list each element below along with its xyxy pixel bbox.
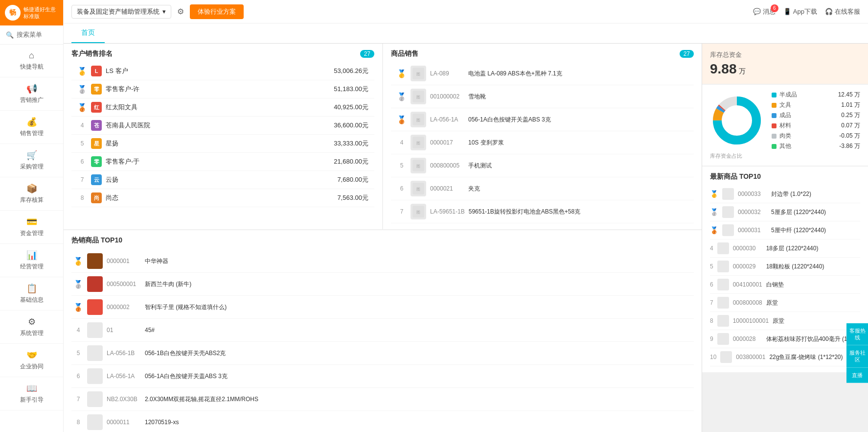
product-ranking-row[interactable]: 5 图 000800005 手机测试 <box>391 154 694 177</box>
product-ranking-row[interactable]: 🥈 图 001000002 雪地靴 <box>391 85 694 108</box>
new-product-row[interactable]: 8 10000100001 原堂 <box>710 312 860 330</box>
customer-badge: 红 <box>91 102 102 113</box>
svg-text:图: 图 <box>416 210 420 215</box>
sidebar-item-资金管理[interactable]: 💳资金管理 <box>0 211 63 244</box>
rank-medal: 🥉 <box>397 115 407 124</box>
new-product-row[interactable]: 4 0000030 18多层 (1220*2440) <box>710 240 860 258</box>
new-products-card: 最新商品 TOP10 🥇 0000033 封边带 (1.0*22) 🥈 0000… <box>702 167 868 372</box>
customer-amount: 51,183.00元 <box>334 85 368 94</box>
product-ranking-row[interactable]: 6 图 0000021 夹克 <box>391 177 694 200</box>
product-img <box>87 276 103 292</box>
customer-ranking-row[interactable]: 6 零 零售客户-于 21,680.00元 <box>71 153 374 171</box>
search-menu[interactable]: 🔍 搜索菜单 <box>0 25 63 45</box>
new-product-row[interactable]: 🥇 0000033 封边带 (1.0*22) <box>710 185 860 203</box>
service-item[interactable]: 🎧 在线客服 <box>825 7 860 16</box>
trial-button[interactable]: 体验行业方案 <box>190 4 244 19</box>
customer-amount: 21,680.00元 <box>334 157 368 166</box>
rank-num: 7 <box>73 396 83 403</box>
sidebar-item-销售管理[interactable]: 💰销售管理 <box>0 111 63 144</box>
product-code: 0000021 <box>430 185 464 192</box>
sidebar-item-采购管理[interactable]: 🛒采购管理 <box>0 144 63 177</box>
chart-subtitle: 库存资金占比 <box>710 152 860 160</box>
tab-home[interactable]: 首页 <box>71 24 105 43</box>
new-product-row[interactable]: 10 003800001 22g鱼豆腐-烧烤味 (1*12*20) <box>710 348 860 366</box>
product-name: 中华神器 <box>145 257 692 265</box>
float-service: 客服热线 服务社区 直播 <box>846 323 868 383</box>
product-ranking-row[interactable]: 7 图 LA-59651-1B 59651-1B旋转投影灯电池盒ABS黑色+58… <box>391 200 694 223</box>
new-product-row[interactable]: 7 000800008 原堂 <box>710 294 860 312</box>
sidebar-item-企业协同[interactable]: 🤝企业协同 <box>0 344 63 377</box>
hot-product-row[interactable]: 🥉 0000002 智利车子里 (规格不知道填什么) <box>71 296 694 319</box>
customer-ranking-row[interactable]: 5 星 星扬 33,333.00元 <box>71 135 374 153</box>
product-name: 电池盖 LA-089 ABS本色+黑种 7.1克 <box>468 70 688 78</box>
sidebar-item-新手引导[interactable]: 📖新手引导 <box>0 377 63 410</box>
legend-item-stationery: 文具 1.01 万 <box>772 101 860 109</box>
rank-num: 7 <box>710 299 713 306</box>
sidebar-item-经营管理[interactable]: 📊经营管理 <box>0 244 63 277</box>
service-hotline-button[interactable]: 客服热线 <box>846 323 868 346</box>
new-product-row[interactable]: 6 004100001 白钢垫 <box>710 276 860 294</box>
inventory-amount: 9.88 <box>710 61 737 77</box>
customer-ranking-row[interactable]: 🥈 零 零售客户-许 51,183.00元 <box>71 80 374 98</box>
hot-product-row[interactable]: 4 01 45# <box>71 319 694 342</box>
customer-ranking-row[interactable]: 7 云 云扬 7,680.00元 <box>71 171 374 189</box>
message-item[interactable]: 💬 消息 6 <box>753 7 776 16</box>
customer-ranking-row[interactable]: 🥉 红 红太阳文具 40,925.00元 <box>71 98 374 117</box>
product-ranking-row[interactable]: 🥉 图 LA-056-1A 056-1A白色按键开关盖ABS 3克 <box>391 108 694 131</box>
new-products-title: 最新商品 TOP10 <box>710 172 860 181</box>
product-code: 000800005 <box>430 162 464 169</box>
sidebar-item-快捷导航[interactable]: ⌂快捷导航 <box>0 45 63 77</box>
customer-amount: 7,563.00元 <box>337 193 368 202</box>
sidebar-item-营销推广[interactable]: 📢营销推广 <box>0 77 63 111</box>
hot-product-row[interactable]: 6 LA-056-1A 056-1A白色按键开关盖ABS 3克 <box>71 365 694 388</box>
sidebar-item-基础信息[interactable]: 📋基础信息 <box>0 277 63 311</box>
service-community-button[interactable]: 服务社区 <box>846 345 868 368</box>
header-right: 💬 消息 6 📱 App下载 🎧 在线客服 <box>753 7 860 16</box>
product-ranking-list: 🥇 图 LA-089 电池盖 LA-089 ABS本色+黑种 7.1克 🥈 图 … <box>391 62 694 223</box>
hot-products-title: 热销商品 TOP10 <box>71 236 694 245</box>
rank-num: 4 <box>710 245 713 252</box>
rank-num: 4 <box>73 327 83 334</box>
rank-num: 6 <box>73 373 83 380</box>
hot-product-row[interactable]: 7 NB2.0X30B 2.0X30MM双摇花轴,摇花直径2.1MM/ROHS <box>71 388 694 411</box>
legend-dot <box>772 103 777 108</box>
customer-ranking-row[interactable]: 4 苍 苍南县人民医院 36,600.00元 <box>71 117 374 135</box>
customer-ranking-row[interactable]: 8 尚 尚态 7,563.00元 <box>71 189 374 207</box>
new-product-row[interactable]: 5 0000029 18颗粒板 (1220*2440) <box>710 258 860 276</box>
rank-num: 5 <box>710 263 713 270</box>
system-selector[interactable]: 装备及固定资产辅助管理系统 ▾ <box>71 5 171 19</box>
hot-product-row[interactable]: 5 LA-056-1B 056-1B白色按键开关壳ABS2克 <box>71 342 694 365</box>
product-name: 智利车子里 (规格不知道填什么) <box>145 303 692 312</box>
product-code: 001000002 <box>430 93 464 100</box>
rank-num: 6 <box>710 281 713 288</box>
hot-product-row[interactable]: 🥈 000500001 新西兰牛肉 (新牛) <box>71 273 694 296</box>
live-button[interactable]: 直播 <box>846 368 868 383</box>
sidebar-item-库存核算[interactable]: 📦库存核算 <box>0 177 63 211</box>
new-product-code: 10000100001 <box>733 317 769 324</box>
product-code: NB2.0X30B <box>107 396 141 403</box>
new-product-img <box>720 351 732 363</box>
product-name: 056-1A白色按键开关盖ABS 3克 <box>145 372 692 381</box>
sidebar-item-系统管理[interactable]: ⚙系统管理 <box>0 311 63 344</box>
hot-product-row[interactable]: 🥇 0000001 中华神器 <box>71 250 694 273</box>
app-download-item[interactable]: 📱 App下载 <box>783 7 817 16</box>
product-ranking-row[interactable]: 4 图 0000017 10S 变刹罗浆 <box>391 131 694 154</box>
customer-ranking-title: 客户销售排名 <box>71 49 113 58</box>
new-product-row[interactable]: 9 0000028 体彬荔枝味苏打饮品400毫升 (1*15) <box>710 330 860 348</box>
svg-text:图: 图 <box>416 72 420 76</box>
new-product-row[interactable]: 🥈 0000032 5厘多层 (1220*2440) <box>710 203 860 221</box>
product-name: 雪地靴 <box>468 93 688 101</box>
product-name: 10S 变刹罗浆 <box>468 139 688 147</box>
rank-medal: 🥈 <box>710 208 718 216</box>
customer-ranking-row[interactable]: 🥇 L LS 客户 53,006.26元 <box>71 62 374 80</box>
rank-num: 10 <box>710 354 716 360</box>
product-code: 0000002 <box>107 304 141 311</box>
product-code: LA-089 <box>430 70 464 77</box>
svg-text:图: 图 <box>416 187 420 192</box>
product-ranking-row[interactable]: 🥇 图 LA-089 电池盖 LA-089 ABS本色+黑种 7.1克 <box>391 62 694 85</box>
logo-text: 畅捷通好生意 标准版 <box>23 6 56 20</box>
chart-legend: 半成品 12.45 万 文具 1.01 万 成品 0.25 万 <box>772 91 860 150</box>
hot-product-row[interactable]: 8 0000011 12070519-xs <box>71 411 694 432</box>
new-product-row[interactable]: 🥉 0000031 5厘中纤 (1220*2440) <box>710 221 860 240</box>
gear-icon[interactable]: ⚙ <box>177 7 184 16</box>
